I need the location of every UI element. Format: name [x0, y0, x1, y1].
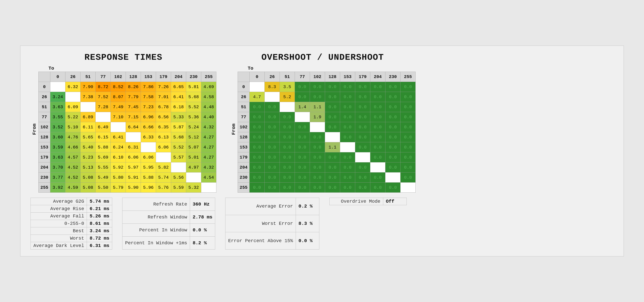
table-cell: 4.52 — [66, 162, 80, 172]
table-cell: 5.22 — [66, 112, 80, 122]
table-cell: 0.0 — [355, 142, 370, 152]
table-cell: 5.52 — [171, 142, 186, 152]
table-cell: 0.0 — [400, 122, 416, 132]
table-cell: 6.09 — [66, 102, 80, 112]
table-cell: 6.64 — [126, 122, 141, 132]
table-cell: 6.11 — [80, 122, 96, 132]
os-matrix-with-header: To 026517710212815317920423025508.33.50.… — [238, 66, 416, 192]
table-cell — [80, 102, 96, 112]
table-cell: 0.0 — [386, 162, 400, 172]
row-header: 0 — [238, 82, 250, 92]
table-cell — [295, 112, 310, 122]
table-cell: 0.0 — [400, 132, 416, 142]
table-cell: 4.66 — [66, 142, 80, 152]
table-cell — [355, 152, 370, 162]
panels-row: RESPONSE TIMES From To 02651771021281531… — [30, 52, 614, 192]
table-cell: 1.9 — [310, 112, 325, 122]
table-cell: 5.74 — [156, 172, 171, 182]
table-cell: 6.49 — [96, 122, 111, 132]
table-cell: 7.49 — [111, 102, 126, 112]
table-cell: 5.81 — [186, 82, 201, 92]
table-cell: 5.52 — [186, 102, 201, 112]
table-cell: 5.80 — [111, 172, 126, 182]
col-header: 51 — [80, 72, 96, 82]
row-header: 51 — [38, 102, 50, 112]
table-cell: 0.0 — [355, 82, 370, 92]
table-cell: 6.33 — [141, 132, 156, 142]
table-cell: 0.0 — [400, 112, 416, 122]
row-header: 153 — [38, 142, 50, 152]
table-cell: 5.68 — [171, 132, 186, 142]
table-cell: 6.78 — [156, 102, 171, 112]
table-cell: 5.88 — [96, 142, 111, 152]
table-cell: 7.01 — [156, 92, 171, 102]
table-cell: 3.24 — [50, 92, 66, 102]
stats-label: Worst Error — [226, 215, 296, 232]
table-cell: 0.0 — [386, 132, 400, 142]
table-cell: 0.0 — [295, 182, 310, 192]
table-cell: 1.1 — [325, 142, 340, 152]
table-cell: 5.65 — [80, 132, 96, 142]
row-header: 77 — [238, 112, 250, 122]
table-cell: 5.12 — [186, 132, 201, 142]
table-cell: 0.0 — [355, 122, 370, 132]
table-cell: 0.0 — [295, 132, 310, 142]
table-cell: 4.69 — [201, 82, 216, 92]
table-cell — [96, 112, 111, 122]
table-cell: 3.70 — [50, 162, 66, 172]
table-cell: 5.01 — [186, 152, 201, 162]
table-cell: 4.27 — [201, 152, 216, 162]
from-label-rt: From — [30, 66, 38, 192]
table-cell: 7.23 — [141, 102, 156, 112]
overdrive-value: Off — [383, 198, 406, 205]
table-cell: 0.0 — [370, 122, 386, 132]
table-cell: 0.0 — [340, 162, 355, 172]
table-cell: 0.0 — [400, 152, 416, 162]
table-cell: 0.0 — [370, 142, 386, 152]
table-cell: 0.0 — [310, 162, 325, 172]
table-cell: 0.0 — [310, 82, 325, 92]
row-header: 26 — [238, 92, 250, 102]
table-cell: 0.0 — [340, 152, 355, 162]
table-cell: 0.0 — [325, 92, 340, 102]
stats-value: 2.78 ms — [190, 211, 215, 224]
row-header: 102 — [238, 122, 250, 132]
stats-value: 5.74 ms — [87, 198, 112, 205]
stats-label: Refresh Rate — [122, 198, 190, 211]
table-cell: 7.28 — [96, 102, 111, 112]
row-header: 0 — [38, 82, 50, 92]
table-cell: 0.0 — [265, 122, 280, 132]
table-cell: 4.97 — [186, 162, 201, 172]
table-cell: 7.79 — [126, 92, 141, 102]
from-label-os: From — [230, 66, 238, 192]
table-cell: 0.0 — [310, 172, 325, 182]
table-cell: 5.56 — [171, 172, 186, 182]
stats-value: 8.2 % — [190, 236, 215, 250]
stats-value: 6.31 ms — [87, 242, 112, 250]
table-cell: 6.18 — [171, 102, 186, 112]
stats-value: 8.61 ms — [87, 220, 112, 227]
table-cell: 5.24 — [186, 122, 201, 132]
table-cell: 0.0 — [386, 152, 400, 162]
stats-label: Percent In Window — [122, 224, 190, 236]
stats-value: 6.21 ms — [87, 205, 112, 212]
col-header: 153 — [141, 72, 156, 82]
col-header: 102 — [310, 72, 325, 82]
overdrive-block: Overdrive ModeOff — [330, 198, 407, 250]
table-cell: 0.0 — [400, 82, 416, 92]
table-cell: 8.3 — [265, 82, 280, 92]
table-cell: 6.24 — [111, 142, 126, 152]
table-cell: 0.0 — [310, 92, 325, 102]
table-cell: 6.89 — [80, 112, 96, 122]
table-cell: 7.86 — [141, 82, 156, 92]
overdrive-table: Overdrive ModeOff — [330, 198, 407, 205]
table-cell: 0.0 — [250, 132, 265, 142]
table-cell: 7.10 — [111, 112, 126, 122]
col-header: 128 — [126, 72, 141, 82]
table-cell: 0.0 — [325, 82, 340, 92]
col-header: 204 — [370, 72, 386, 82]
table-cell: 3.63 — [50, 152, 66, 162]
response-times-matrix-wrapper: From To 026517710212815317920423025506.3… — [30, 66, 216, 192]
table-cell — [186, 172, 201, 182]
table-cell: 5.10 — [66, 122, 80, 132]
